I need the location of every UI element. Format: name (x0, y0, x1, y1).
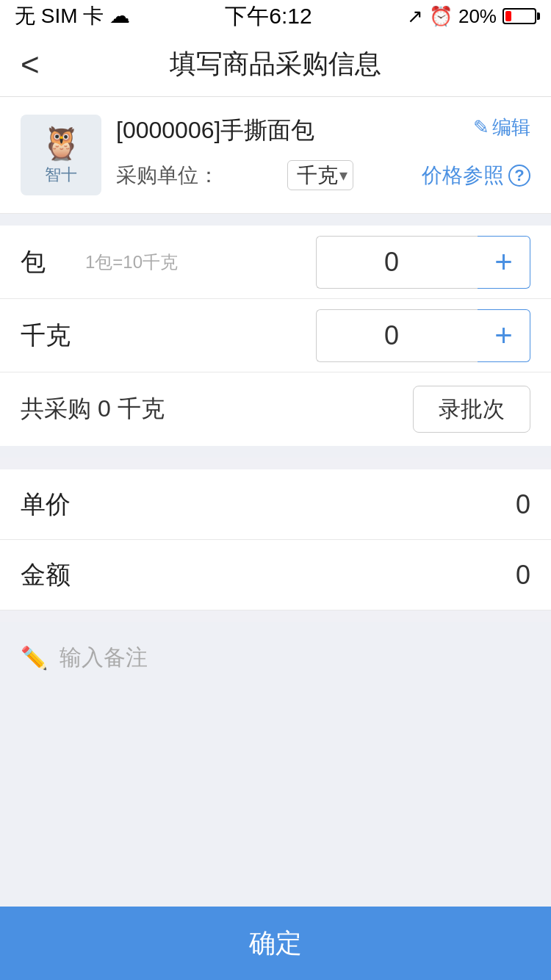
kg-input[interactable] (316, 309, 478, 362)
product-name: [0000006]手撕面包 (116, 115, 314, 147)
product-unit-row: 采购单位： 千克 价格参照 ? (116, 160, 530, 190)
product-info: [0000006]手撕面包 ✎ 编辑 采购单位： 千克 价格参照 ? (116, 115, 530, 190)
notes-input-row: ✏️ 输入备注 (21, 643, 530, 673)
notes-placeholder: 输入备注 (60, 643, 148, 673)
alarm-icon: ⏰ (429, 5, 453, 28)
edit-icon: ✎ (473, 116, 489, 139)
bag-label: 包 (21, 245, 79, 279)
sim-label: 无 SIM 卡 ☁ (15, 2, 130, 30)
amount-label: 金额 (21, 558, 71, 592)
unit-price-label: 单价 (21, 488, 71, 522)
input-section: 包 1包=10千克 + 千克 + (0, 226, 551, 372)
kg-input-wrapper: + (316, 309, 530, 362)
summary-row: 共采购 0 千克 录批次 (0, 372, 551, 446)
section-divider-1 (0, 214, 551, 226)
status-left: 无 SIM 卡 ☁ (15, 2, 130, 30)
battery-icon (503, 8, 536, 24)
amount-value: 0 (516, 560, 530, 591)
confirm-button[interactable]: 确定 (0, 907, 551, 980)
product-thumbnail: 🦉 智十 (21, 115, 101, 195)
product-thumb-icon: 🦉 (41, 124, 82, 162)
product-name-row: [0000006]手撕面包 ✎ 编辑 (116, 115, 530, 147)
nav-bar: < 填写商品采购信息 (0, 32, 551, 97)
pencil-icon: ✏️ (21, 645, 48, 671)
section-divider-2 (0, 446, 551, 458)
page-title: 填写商品采购信息 (170, 46, 381, 82)
summary-unit: 千克 (118, 395, 165, 422)
price-ref-label: 价格参照 (422, 162, 504, 190)
battery-percent: 20% (458, 5, 497, 28)
edit-label: 编辑 (492, 115, 530, 140)
back-button[interactable]: < (21, 48, 40, 81)
product-thumb-text: 智十 (45, 164, 77, 186)
summary-amount: 0 (98, 395, 118, 422)
unit-price-value: 0 (516, 489, 530, 520)
unit-select-wrapper[interactable]: 千克 (287, 160, 353, 190)
content-spacer (0, 710, 551, 916)
amount-row: 金额 0 (0, 540, 551, 610)
kg-label: 千克 (21, 319, 79, 353)
bag-input[interactable] (316, 236, 478, 289)
notes-section[interactable]: ✏️ 输入备注 (0, 622, 551, 710)
kg-plus-button[interactable]: + (478, 309, 530, 362)
unit-price-row: 单价 0 (0, 469, 551, 540)
summary-text: 共采购 0 千克 (21, 393, 165, 425)
unit-label: 采购单位： (116, 162, 219, 190)
summary-label: 共采购 (21, 395, 91, 422)
status-right: ↗ ⏰ 20% (407, 5, 536, 28)
status-time: 下午6:12 (225, 1, 311, 32)
location-icon: ↗ (407, 5, 423, 28)
bag-input-row: 包 1包=10千克 + (0, 226, 551, 299)
bag-plus-button[interactable]: + (478, 236, 530, 289)
edit-button[interactable]: ✎ 编辑 (473, 115, 530, 140)
price-section: 单价 0 金额 0 (0, 469, 551, 610)
price-ref-button[interactable]: 价格参照 ? (422, 162, 530, 190)
unit-select[interactable]: 千克 (287, 160, 353, 190)
product-card: 🦉 智十 [0000006]手撕面包 ✎ 编辑 采购单位： 千克 价格参照 ? (0, 97, 551, 214)
status-bar: 无 SIM 卡 ☁ 下午6:12 ↗ ⏰ 20% (0, 0, 551, 32)
price-ref-help-icon: ? (508, 165, 530, 187)
batch-button[interactable]: 录批次 (413, 386, 530, 433)
bag-sublabel: 1包=10千克 (85, 251, 316, 274)
kg-input-row: 千克 + (0, 299, 551, 372)
bag-input-wrapper: + (316, 236, 530, 289)
